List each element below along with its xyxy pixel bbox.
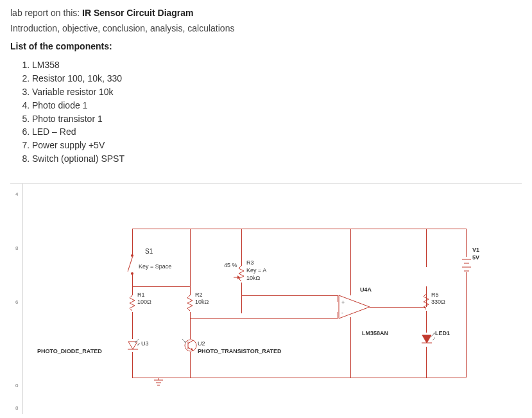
component-list: LM358 Resistor 100, 10k, 330 Variable re… (32, 59, 522, 165)
wire (466, 272, 467, 378)
intro-subtitle: Introduction, objective, conclusion, ana… (10, 23, 522, 33)
list-item: LED – Red (32, 126, 522, 138)
resistor-icon (187, 295, 193, 312)
wire (426, 347, 427, 378)
wire (190, 229, 191, 286)
photo-diode-icon (126, 339, 140, 353)
r3-value: 10kΩ (246, 275, 260, 281)
svg-text:+: + (341, 299, 345, 306)
r3-label: R3 (246, 259, 254, 266)
wire (190, 286, 191, 295)
wire (132, 286, 190, 287)
r3-key: Key = A (246, 267, 266, 274)
wire (190, 312, 191, 339)
svg-point-6 (185, 340, 196, 351)
wire (426, 286, 427, 294)
ruler-tick: 8 (15, 245, 18, 251)
wire (132, 312, 133, 339)
list-item: Variable resistor 10k (32, 86, 522, 98)
diagram-ruler: 4 8 6 0 8 (14, 184, 23, 414)
led1-label: LED1 (435, 330, 450, 336)
wire (426, 229, 427, 267)
svg-text:-: - (341, 309, 343, 316)
wire (466, 229, 467, 257)
intro-prefix: lab report on this: (10, 8, 82, 18)
list-item: Photo transistor 1 (32, 113, 522, 125)
u3-label: U3 (141, 340, 149, 347)
svg-line-8 (188, 340, 193, 344)
ruler-tick: 6 (15, 299, 18, 305)
svg-marker-0 (128, 342, 137, 349)
wire (350, 317, 351, 378)
ruler-tick: 8 (15, 405, 18, 411)
wire (370, 307, 426, 308)
wire (132, 274, 133, 286)
v1-value: 5V (472, 254, 479, 261)
wire (241, 229, 242, 266)
switch-arm-icon (128, 257, 133, 272)
photo-diode-label: PHOTO_DIODE_RATED (37, 348, 102, 354)
list-item: Switch (optional) SPST (32, 153, 522, 165)
wire (132, 378, 466, 378)
led-icon (420, 333, 435, 348)
wiper-arrow-icon (234, 271, 243, 283)
u4a-label: U4A (360, 286, 372, 293)
wire (241, 283, 242, 313)
voltage-source-icon (459, 257, 474, 274)
wire (350, 229, 351, 295)
switch-key: Key = Space (139, 263, 171, 270)
r2-value: 10kΩ (195, 299, 209, 305)
ruler-tick: 0 (15, 383, 18, 388)
photo-transistor-icon (182, 338, 199, 353)
wire (132, 229, 466, 229)
r2-label: R2 (195, 292, 203, 298)
switch-label: S1 (145, 248, 153, 255)
resistor-icon (424, 294, 429, 311)
wire (190, 318, 338, 319)
svg-marker-14 (237, 275, 240, 279)
circuit-diagram: 4 8 6 0 8 S1 Key = Space R1 100Ω U3 PHOT… (10, 183, 522, 414)
list-item: LM358 (32, 59, 522, 71)
u2-text: PHOTO_TRANSISTOR_RATED (198, 348, 282, 354)
intro-line: lab report on this: IR Sensor Circuit Di… (10, 8, 522, 18)
ruler-tick: 4 (15, 191, 18, 197)
svg-marker-18 (422, 335, 431, 343)
r1-label: R1 (137, 292, 145, 298)
ground-icon (153, 378, 164, 388)
wire (132, 229, 133, 256)
r3-setting: 45 % (224, 262, 237, 268)
r1-value: 100Ω (137, 299, 151, 305)
resistor-icon (130, 295, 135, 312)
list-item: Photo diode 1 (32, 100, 522, 112)
u2-label: U2 (198, 340, 205, 347)
wire (132, 352, 133, 378)
svg-marker-10 (191, 348, 193, 351)
opamp-icon: + - (338, 294, 372, 320)
wire (132, 286, 133, 295)
wire (241, 295, 338, 296)
u4a-chip: LM358AN (362, 330, 388, 336)
page-title: IR Sensor Circuit Diagram (82, 8, 194, 18)
r5-value: 330Ω (431, 299, 445, 305)
wire (426, 311, 427, 333)
v1-label: V1 (472, 247, 479, 253)
r5-label: R5 (431, 292, 439, 298)
list-item: Resistor 100, 10k, 330 (32, 73, 522, 85)
list-item: Power supply +5V (32, 139, 522, 152)
wire (190, 352, 191, 378)
components-heading: List of the components: (10, 41, 522, 51)
